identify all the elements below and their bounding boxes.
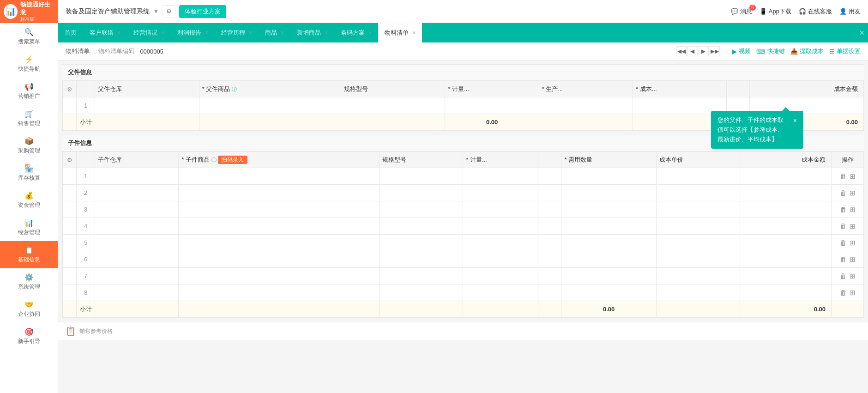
tooltip-close-btn[interactable]: × <box>793 115 797 126</box>
tab-customer-close[interactable]: × <box>117 30 121 36</box>
child-row7-goods[interactable] <box>179 268 380 284</box>
video-link[interactable]: ▶ 视频 <box>732 47 751 55</box>
app-download-button[interactable]: 📱 App下载 <box>760 7 791 16</box>
copy-icon-row2[interactable]: ⊞ <box>850 189 856 197</box>
prev-page-btn[interactable]: ◀ <box>687 46 698 56</box>
child-row2-qty[interactable] <box>561 185 656 201</box>
child-row8-goods[interactable] <box>179 284 380 301</box>
copy-icon-row6[interactable]: ⊞ <box>850 255 856 264</box>
shortcut-link[interactable]: ⌨ 快捷键 <box>756 47 785 55</box>
sidebar-item-finance[interactable]: 💰 资金管理 <box>0 187 58 214</box>
sidebar-item-quick-nav[interactable]: ⚡ 快捷导航 <box>0 50 58 78</box>
child-row1-warehouse[interactable] <box>95 168 179 185</box>
tab-new-goods[interactable]: 新增商品 × <box>290 23 334 42</box>
child-row2-warehouse[interactable] <box>95 185 179 201</box>
child-row3-qty[interactable] <box>561 201 656 218</box>
child-row6-warehouse[interactable] <box>95 251 179 268</box>
tab-history[interactable]: 经营历程 × <box>215 23 259 42</box>
sidebar-item-operations[interactable]: 📊 经营管理 <box>0 214 58 241</box>
copy-icon-row8[interactable]: ⊞ <box>850 289 856 297</box>
child-row5-warehouse[interactable] <box>95 235 179 251</box>
copy-icon-row4[interactable]: ⊞ <box>850 222 856 230</box>
child-row2-spec[interactable] <box>379 185 463 201</box>
tab-newgoods-close[interactable]: × <box>325 30 328 36</box>
child-row8-spec[interactable] <box>379 284 463 301</box>
child-col-gear[interactable]: ⚙ <box>63 152 77 168</box>
child-row8-qty[interactable] <box>561 284 656 301</box>
child-row7-warehouse[interactable] <box>95 268 179 284</box>
child-row6-goods[interactable] <box>179 251 380 268</box>
child-row8-unit-cost[interactable] <box>656 284 740 301</box>
sidebar-item-marketing[interactable]: 📢 营销推广 <box>0 78 58 105</box>
child-row4-qty[interactable] <box>561 218 656 235</box>
tab-barcode-close[interactable]: × <box>368 30 372 36</box>
child-row7-unit-cost[interactable] <box>656 268 740 284</box>
child-row4-warehouse[interactable] <box>95 218 179 235</box>
parent-row1-warehouse[interactable] <box>95 97 199 114</box>
child-row5-qty[interactable] <box>561 235 656 251</box>
tab-operations-close[interactable]: × <box>161 30 164 36</box>
tab-bom[interactable]: 物料清单 × <box>378 23 422 42</box>
delete-icon-row3[interactable]: 🗑 <box>840 206 847 214</box>
child-row5-unit-cost[interactable] <box>656 235 740 251</box>
child-row2-unit-cost[interactable] <box>656 185 740 201</box>
child-row6-unit-cost[interactable] <box>656 251 740 268</box>
child-row6-spec[interactable] <box>379 251 463 268</box>
parent-row1-spec[interactable] <box>341 97 445 114</box>
sidebar-item-enterprise[interactable]: 🤝 企业协同 <box>0 296 58 323</box>
child-row6-unit[interactable] <box>463 251 538 268</box>
user-button[interactable]: 👤 用友 <box>839 7 861 16</box>
child-row3-warehouse[interactable] <box>95 201 179 218</box>
sidebar-item-search[interactable]: 🔍 搜索菜单 <box>0 23 58 50</box>
child-row4-spec[interactable] <box>379 218 463 235</box>
single-settings-link[interactable]: ☰ 单据设置 <box>829 47 861 55</box>
sidebar-item-basic-info[interactable]: 📋 基础信息 <box>0 241 58 268</box>
child-row8-unit[interactable] <box>463 284 538 301</box>
copy-icon-row1[interactable]: ⊞ <box>850 172 856 181</box>
tab-barcode[interactable]: 条码方案 × <box>334 23 378 42</box>
child-row5-spec[interactable] <box>379 235 463 251</box>
child-row5-goods[interactable] <box>179 235 380 251</box>
sidebar-item-purchase[interactable]: 📦 采购管理 <box>0 132 58 159</box>
delete-icon-row1[interactable]: 🗑 <box>840 172 847 181</box>
child-row2-unit[interactable] <box>463 185 538 201</box>
delete-icon-row5[interactable]: 🗑 <box>840 239 847 247</box>
sidebar-item-inventory[interactable]: 🏪 库存核算 <box>0 159 58 187</box>
first-page-btn[interactable]: ◀◀ <box>676 46 687 56</box>
copy-icon-row7[interactable]: ⊞ <box>850 272 856 280</box>
close-all-tabs[interactable]: × <box>859 28 868 38</box>
tab-home[interactable]: 首页 <box>58 23 83 42</box>
child-row3-unit-cost[interactable] <box>656 201 740 218</box>
next-page-btn[interactable]: ▶ <box>699 46 709 56</box>
child-row1-qty[interactable] <box>561 168 656 185</box>
child-row1-unit[interactable] <box>463 168 538 185</box>
delete-icon-row7[interactable]: 🗑 <box>840 272 847 280</box>
tab-history-close[interactable]: × <box>249 30 252 36</box>
delete-icon-row8[interactable]: 🗑 <box>840 289 847 297</box>
delete-icon-row6[interactable]: 🗑 <box>840 255 847 264</box>
tab-profit-close[interactable]: × <box>205 30 208 36</box>
child-row3-spec[interactable] <box>379 201 463 218</box>
parent-row1-production[interactable] <box>539 97 633 114</box>
child-row1-spec[interactable] <box>379 168 463 185</box>
online-service-button[interactable]: 🎧 在线客服 <box>799 7 832 16</box>
tab-operations[interactable]: 经营情况 × <box>127 23 171 42</box>
child-row4-unit-cost[interactable] <box>656 218 740 235</box>
child-row4-unit[interactable] <box>463 218 538 235</box>
child-row4-goods[interactable] <box>179 218 380 235</box>
breadcrumb-bom[interactable]: 物料清单 <box>66 47 90 55</box>
tab-goods-close[interactable]: × <box>281 30 284 36</box>
parent-row1-goods[interactable] <box>199 97 341 114</box>
settings-button[interactable]: ⚙ <box>163 5 175 18</box>
child-row1-unit-cost[interactable] <box>656 168 740 185</box>
child-row6-qty[interactable] <box>561 251 656 268</box>
message-button[interactable]: 💬 消息 6 <box>731 7 752 16</box>
child-row7-unit[interactable] <box>463 268 538 284</box>
parent-row1-unit[interactable] <box>445 97 539 114</box>
tab-customer[interactable]: 客户联络 × <box>83 23 127 42</box>
system-dropdown-icon[interactable]: ▼ <box>153 8 159 15</box>
last-page-btn[interactable]: ▶▶ <box>710 46 720 56</box>
cost-link[interactable]: 📥 提取成本 <box>790 47 824 55</box>
trial-button[interactable]: 体验行业方案 <box>179 5 226 18</box>
sidebar-item-guide[interactable]: 🎯 新手引导 <box>0 323 58 350</box>
